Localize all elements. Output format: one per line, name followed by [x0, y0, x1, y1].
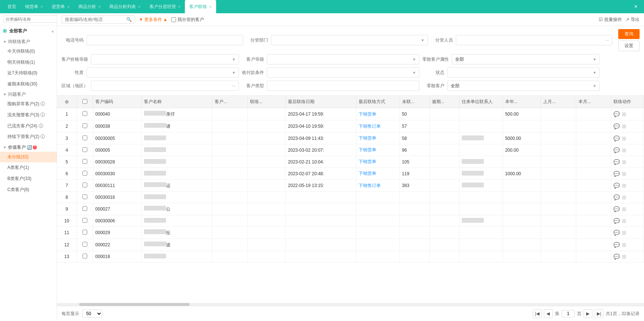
cell-check[interactable] [77, 251, 93, 262]
sidebar-group-pending[interactable]: ▼ 待联络客户 [0, 37, 57, 46]
query-button[interactable]: 查询 [618, 29, 640, 39]
contact-icon[interactable]: 💬 [613, 242, 620, 248]
filter-manager-select[interactable]: ··· [456, 35, 612, 45]
all-customers-header[interactable]: ⊞ 全部客户 « [0, 25, 57, 37]
th-settings[interactable]: ⚙ [57, 96, 77, 108]
filter-cust-type-input[interactable] [267, 81, 419, 91]
next-page-button[interactable]: ▶ [584, 309, 592, 318]
cell-check[interactable] [77, 192, 93, 203]
current-page-input[interactable] [562, 310, 575, 317]
more-filter-button[interactable]: ▼ 更多条件 ▲ [139, 17, 168, 23]
first-page-button[interactable]: |◀ [533, 309, 542, 318]
more-icon[interactable]: ⊞ [622, 171, 626, 177]
row-checkbox[interactable] [82, 254, 87, 258]
sidebar-item-a-class[interactable]: A类客户(1) [0, 162, 57, 173]
nav-analysis-close[interactable]: × [98, 4, 101, 9]
row-checkbox[interactable] [82, 147, 87, 152]
row-checkbox[interactable] [82, 159, 87, 164]
nav-sales-close[interactable]: × [41, 4, 43, 9]
more-icon[interactable]: ⊞ [622, 147, 626, 153]
cell-check[interactable] [77, 168, 93, 180]
more-icon[interactable]: ⊞ [622, 159, 626, 165]
more-icon[interactable]: ⊞ [622, 206, 626, 212]
cell-check[interactable] [77, 133, 93, 144]
batch-ops-button[interactable]: ☑ 批量操作 [599, 17, 622, 23]
filter-retail-attr-select[interactable]: 全部 ▼ [452, 54, 600, 64]
settings-gear-icon[interactable]: ⚙ [65, 99, 69, 105]
nav-customer-tier[interactable]: 客户分层经营 × [145, 0, 185, 13]
last-page-button[interactable]: ▶| [595, 309, 603, 318]
reset-button[interactable]: 设置 [618, 40, 640, 51]
export-button[interactable]: ↗ 导出 [626, 17, 640, 23]
filter-search-input[interactable] [65, 17, 126, 22]
more-icon[interactable]: ⊞ [622, 111, 626, 117]
cell-check[interactable] [77, 215, 93, 227]
nav-customer-contact-close[interactable]: × [209, 4, 211, 9]
sidebar-search-input[interactable] [3, 15, 57, 23]
sidebar-group-problem[interactable]: ▼ 问题客户 [0, 89, 57, 99]
cell-lastway[interactable]: 下销货单 [356, 133, 400, 144]
row-checkbox[interactable] [82, 242, 87, 247]
contact-icon[interactable]: 💬 [613, 183, 620, 188]
my-customer-checkbox[interactable] [171, 17, 176, 22]
sidebar-item-unclassified[interactable]: 未分组(32) [0, 152, 57, 163]
cell-check[interactable] [77, 108, 93, 120]
contact-icon[interactable]: 💬 [613, 218, 620, 224]
row-checkbox[interactable] [82, 218, 87, 223]
filter-retail-cust-select[interactable]: 全部 ▼ [447, 81, 600, 91]
nav-analysis-list[interactable]: 商品分析列表 × [105, 0, 145, 13]
filter-status-select[interactable]: ▼ [447, 67, 600, 78]
row-checkbox[interactable] [82, 135, 87, 140]
cell-check[interactable] [77, 227, 93, 239]
prev-page-button[interactable]: ◀ [544, 309, 553, 318]
nav-home[interactable]: 首页 [3, 0, 21, 13]
sidebar-item-declining[interactable]: 持续下滑客户(2) ⓘ [0, 131, 57, 142]
cell-check[interactable] [77, 180, 93, 192]
row-checkbox[interactable] [82, 230, 87, 234]
window-close-button[interactable]: × [631, 1, 641, 12]
nav-sales[interactable]: 销货单 × [21, 0, 47, 13]
row-checkbox[interactable] [82, 123, 87, 128]
sidebar-item-c-class[interactable]: C类客户(6) [0, 184, 57, 195]
row-checkbox[interactable] [82, 183, 87, 187]
region-dots-icon[interactable]: ··· [232, 83, 236, 88]
filter-price-level-select[interactable]: ▼ [91, 54, 239, 64]
select-all-checkbox[interactable] [82, 99, 87, 104]
nav-purchase-close[interactable]: × [67, 4, 69, 9]
contact-icon[interactable]: 💬 [613, 123, 620, 129]
cell-lastway[interactable]: 下销售订单 [356, 180, 400, 192]
sidebar-item-overdue-contact[interactable]: 逾期未联络(30) [0, 79, 57, 90]
scrollbar-thumb[interactable] [79, 303, 190, 306]
filter-region-select[interactable]: ··· [91, 81, 239, 91]
more-icon[interactable]: ⊞ [622, 218, 626, 224]
filter-payment-select[interactable]: ▼ [267, 67, 419, 78]
filter-search-box[interactable]: 🔍 [61, 15, 135, 24]
nav-customer-tier-close[interactable]: × [178, 4, 180, 9]
sidebar-item-b-class[interactable]: B类客户(33) [0, 173, 57, 184]
more-icon[interactable]: ⊞ [622, 183, 626, 188]
sidebar-item-7days[interactable]: 近7天待联络(0) [0, 68, 57, 79]
sidebar-item-churn[interactable]: 流失预警客户(3) ⓘ [0, 110, 57, 121]
sidebar-item-today[interactable]: 今天待联络(0) [0, 46, 57, 57]
sidebar-item-tomorrow[interactable]: 明天待联络(1) [0, 57, 57, 68]
filter-dept-select[interactable]: ▼ [271, 35, 427, 45]
sidebar-collapse-btn[interactable]: « [52, 29, 54, 33]
row-checkbox[interactable] [82, 171, 87, 176]
cell-lastway[interactable]: 下销售订单 [356, 120, 400, 133]
contact-icon[interactable]: 💬 [613, 194, 620, 200]
more-icon[interactable]: ⊞ [622, 254, 626, 260]
row-checkbox[interactable] [82, 111, 87, 116]
contact-icon[interactable]: 💬 [613, 111, 620, 117]
sidebar-item-abnormal[interactable]: 囤购异常客户(2) ⓘ [0, 99, 57, 110]
sidebar-group-value[interactable]: ▼ 价值客户 🔄 ! [0, 142, 57, 152]
cell-check[interactable] [77, 239, 93, 251]
sidebar-item-lost[interactable]: 已流失客户(24) ⓘ [0, 121, 57, 132]
more-icon[interactable]: ⊞ [622, 230, 626, 236]
row-checkbox[interactable] [82, 206, 87, 211]
cell-check[interactable] [77, 120, 93, 133]
filter-manager-dots-icon[interactable]: ··· [605, 38, 609, 43]
nav-customer-contact[interactable]: 客户联络 × [185, 0, 216, 13]
more-icon[interactable]: ⊞ [622, 242, 626, 248]
filter-nature-select[interactable]: ▼ [87, 67, 239, 78]
cell-lastway[interactable]: 下销货单 [356, 144, 400, 156]
